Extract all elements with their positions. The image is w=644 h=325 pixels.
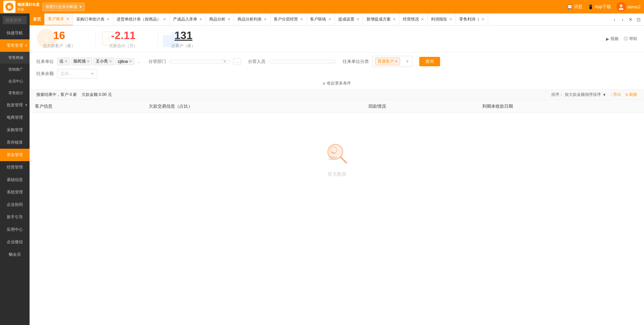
user-menu[interactable]: demo2	[616, 2, 641, 11]
tab-close-product-analysis[interactable]: ✕	[227, 17, 230, 22]
video-btn[interactable]: ▶ 视频	[606, 36, 618, 42]
tab-inbound-stats[interactable]: 进货单统计表（按商品） ✕	[113, 13, 170, 26]
sidebar-item-system[interactable]: 系统管理	[0, 186, 30, 198]
tab-close-retail-profit[interactable]: ✕	[481, 17, 484, 22]
tab-retail-profit[interactable]: 零售利润（ ✕	[456, 13, 488, 26]
svg-rect-6	[163, 35, 171, 47]
logo-icon: 畅	[3, 1, 15, 13]
tab-profit-report[interactable]: 利润报告 ✕	[428, 13, 456, 26]
tab-reminder-settings[interactable]: 提成设置 ✕	[335, 13, 363, 26]
tab-close-customer-tier[interactable]: ✕	[300, 17, 303, 22]
remove-tag-cjttcw[interactable]: ✕	[129, 59, 132, 64]
sort-control[interactable]: 排序： 按欠款金额倒序排序 ▼	[551, 92, 606, 98]
filter-more-tags[interactable]: ...	[136, 59, 142, 65]
filter-tag-chen: 陈民强 ✕	[71, 58, 92, 65]
balance-placeholder: 选择...	[60, 71, 94, 77]
sidebar-item-finance[interactable]: 资金管理	[0, 149, 30, 161]
search-result-bar: 搜索结果中，客户 0 家 欠款金额 0.00 元 排序： 按欠款金额倒序排序 ▼	[30, 90, 644, 100]
avatar	[616, 2, 626, 11]
app-download-btn[interactable]: 📱 App下载	[588, 4, 611, 10]
tab-operations[interactable]: 经营情况 ✕	[399, 13, 428, 26]
tab-customer-contact[interactable]: 客户联络 ✕	[307, 13, 335, 26]
table-area: 客户信息 欠款交易信息（占比） 回款情况 到期未收款日期	[30, 100, 644, 325]
tab-scroll-left[interactable]: ‹	[611, 16, 618, 23]
tab-product-analysis-list[interactable]: 商品分析列表 ✕	[234, 13, 270, 26]
tab-close-profit-report[interactable]: ✕	[449, 17, 452, 22]
tab-close-all[interactable]: ✕	[627, 16, 634, 23]
person-input[interactable]: ...	[269, 60, 336, 63]
download-icon: 📱	[588, 4, 593, 9]
export-btn[interactable]: ↑ 导出	[610, 92, 621, 98]
remove-tag-wu[interactable]: ✕	[65, 59, 68, 64]
search-input[interactable]	[3, 16, 27, 24]
video-icon: ▶	[606, 37, 609, 41]
top-bar-right: 💬 消息 📱 App下载 demo2	[567, 2, 641, 11]
collapse-row: ∧ 收起更多条件	[36, 80, 637, 86]
tab-close-product-inbound[interactable]: ✕	[199, 17, 202, 22]
help-icon: ⓘ	[624, 36, 628, 42]
sidebar-item-app-center[interactable]: 应用中心	[0, 223, 30, 236]
tab-close-operations[interactable]: ✕	[421, 17, 424, 22]
tab-customer-tier[interactable]: 客户分层经营 ✕	[270, 13, 307, 26]
help-btn[interactable]: ⓘ 帮助	[624, 36, 637, 42]
tab-scroll-right[interactable]: ›	[619, 16, 626, 23]
sidebar-item-member[interactable]: 会员中心	[0, 75, 30, 87]
sidebar-item-wholesale[interactable]: 批发管理	[0, 99, 30, 111]
dept-more-btn[interactable]: ...	[233, 58, 241, 65]
sidebar-item-wechat[interactable]: 企业微信	[0, 236, 30, 248]
collapse-btn[interactable]: ∧ 收起更多条件	[323, 80, 351, 86]
search-actions: 排序： 按欠款金额倒序排序 ▼ ↑ 导出 ↻ 刷新	[551, 92, 637, 98]
sidebar-item-quick-nav[interactable]: 快捷导航	[0, 27, 30, 39]
tab-product-analysis[interactable]: 商品分析 ✕	[206, 13, 234, 26]
col-debt-info: 欠款交易信息（占比）	[143, 100, 363, 113]
svg-rect-7	[171, 32, 180, 47]
sidebar-item-inventory[interactable]: 库存核算	[0, 136, 30, 149]
sidebar-item-retail-stats[interactable]: 零售统计	[0, 87, 30, 99]
remove-tag-chen[interactable]: ✕	[87, 59, 90, 64]
filter-area: 往来单位 伍 ✕ 陈民强 ✕ 王小亮 ✕	[30, 52, 644, 90]
sidebar-item-enterprise[interactable]: 企业协同	[0, 198, 30, 211]
filter-tags: 伍 ✕ 陈民强 ✕ 王小亮 ✕ cjttcw ✕	[57, 58, 142, 65]
tab-controls: ‹ › ✕ ⊡	[609, 16, 644, 23]
sidebar-item-basic-info[interactable]: 基础信息	[0, 174, 30, 186]
tab-close-customer-account[interactable]: ✕	[66, 17, 69, 21]
messages-btn[interactable]: 💬 消息	[567, 4, 583, 10]
query-button[interactable]: 查询	[419, 57, 440, 66]
category-label: 往来单位分类	[343, 59, 369, 65]
tab-close-new-success[interactable]: ✕	[393, 17, 396, 22]
sidebar-item-vip[interactable]: 畅会员	[0, 248, 30, 261]
dept-input[interactable]: ▼	[169, 60, 230, 63]
tab-purchase-order[interactable]: 采购订单统计表 ✕	[73, 13, 113, 26]
tab-expand[interactable]: ⊡	[635, 16, 642, 23]
remove-category-tag[interactable]: ✕	[395, 59, 398, 64]
col-overdue-date: 到期未收款日期	[477, 100, 644, 113]
sidebar-item-marketing[interactable]: 营销推广	[0, 64, 30, 75]
tab-home[interactable]: 首页	[30, 13, 45, 26]
sidebar-item-ecommerce[interactable]: 电商管理	[0, 111, 30, 124]
category-input[interactable]: 普通客户 ✕ ▼	[372, 56, 413, 67]
sidebar-item-new-guide[interactable]: 新手引导	[0, 211, 30, 223]
demo-selector[interactable]: 母婴行业演示帐套 ▼	[42, 3, 85, 11]
remove-tag-wang[interactable]: ✕	[109, 59, 112, 64]
sidebar-item-retail[interactable]: 零售管理	[0, 39, 30, 52]
sidebar-item-operations[interactable]: 经营管理	[0, 161, 30, 174]
unit-label: 往来单位	[36, 59, 54, 65]
stats-bar: ¥ 16 总欠款客户（家） -2.11 欠款合计（万）	[30, 26, 644, 52]
refresh-btn[interactable]: ↻ 刷新	[625, 92, 637, 98]
tab-close-product-analysis-list[interactable]: ✕	[264, 17, 267, 22]
filter-tag-cjttcw: cjttcw ✕	[116, 58, 134, 65]
message-icon: 💬	[567, 4, 572, 9]
tab-close-inbound-stats[interactable]: ✕	[163, 17, 166, 22]
tab-close-reminder-settings[interactable]: ✕	[356, 17, 359, 22]
tab-customer-account[interactable]: 客户账本 ✕	[45, 13, 73, 26]
tab-close-purchase-order[interactable]: ✕	[106, 17, 110, 22]
balance-input[interactable]: 选择... ▼	[57, 69, 97, 78]
col-customer-info: 客户信息	[30, 100, 143, 113]
sidebar-item-retail-mall[interactable]: 零售商城	[0, 52, 30, 64]
tab-close-customer-contact[interactable]: ✕	[328, 17, 331, 22]
tab-product-inbound[interactable]: 产成品入库单 ✕	[170, 13, 206, 26]
tab-new-success[interactable]: 新增提成方案 ✕	[363, 13, 399, 26]
category-tag: 普通客户 ✕	[375, 58, 400, 65]
sidebar-item-purchase[interactable]: 采购管理	[0, 124, 30, 136]
export-icon: ↑	[610, 93, 612, 97]
